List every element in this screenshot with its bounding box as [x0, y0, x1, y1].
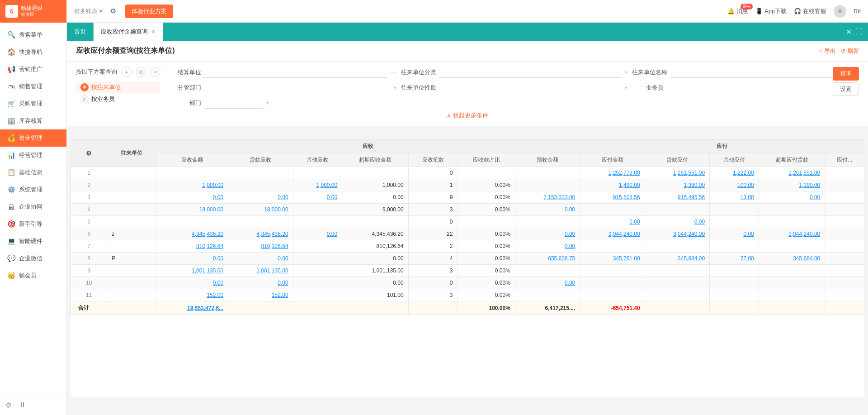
table-cell[interactable]: 1,252,773.00 — [580, 167, 645, 179]
query-button[interactable]: 查询 — [833, 67, 859, 81]
sidebar-item-corp[interactable]: 🏛 企业协同 — [0, 198, 66, 215]
sidebar-item-wechat[interactable]: 💬 企业微信 — [0, 250, 66, 267]
table-cell[interactable]: 0.00 — [156, 253, 228, 265]
salesman-input[interactable] — [666, 82, 850, 93]
cell-link[interactable]: 0.00 — [629, 219, 640, 225]
sidebar-item-sales[interactable]: 🛍 销售管理 — [0, 78, 66, 95]
cell-link[interactable]: 1,251,551.00 — [673, 170, 705, 176]
cell-link[interactable]: 345,684.00 — [678, 255, 705, 262]
tab-close-window-icon[interactable]: ✕ — [846, 28, 852, 36]
sidebar-item-hardware[interactable]: 💻 智能硬件 — [0, 233, 66, 250]
sidebar-item-guide[interactable]: 🎯 新手引导 — [0, 215, 66, 233]
dept-input[interactable] — [204, 82, 391, 93]
sidebar-item-system[interactable]: ⚙️ 系统管理 — [0, 181, 66, 198]
unit-nature-chevron[interactable]: ▾ — [625, 85, 627, 91]
filter-collapse-button[interactable]: « — [151, 67, 160, 77]
table-cell[interactable]: 1,390.00 — [645, 179, 709, 191]
notify-button[interactable]: 🔔 消息 99+ — [727, 7, 748, 15]
table-cell[interactable]: 2,153,333.00 — [515, 191, 580, 204]
table-cell[interactable]: 152.00 — [228, 289, 293, 301]
cell-link[interactable]: 915,508.56 — [613, 194, 640, 200]
cell-link[interactable]: 3,044,240.00 — [788, 231, 820, 237]
table-cell[interactable]: 0.00 — [515, 228, 580, 240]
table-cell[interactable]: 1,001,135.00 — [228, 265, 293, 277]
table-cell[interactable]: 345,684.00 — [759, 253, 825, 265]
table-cell[interactable]: 0.00 — [515, 240, 580, 253]
sidebar-item-search[interactable]: 🔍 搜索菜单 — [0, 26, 66, 43]
table-cell[interactable]: 0.00 — [228, 191, 293, 204]
unit-nature-input[interactable] — [439, 82, 623, 93]
table-cell[interactable]: 0.00 — [293, 191, 342, 204]
department-chevron[interactable]: ▾ — [266, 100, 269, 106]
cell-link[interactable]: 1,222.00 — [733, 170, 754, 176]
table-cell[interactable]: 4,345,436.20 — [156, 228, 228, 240]
cell-link[interactable]: 4,345,436.20 — [192, 231, 223, 237]
table-cell[interactable]: 100.00 — [710, 179, 759, 191]
cell-link[interactable]: 0.00 — [278, 280, 288, 286]
table-cell[interactable]: 345,761.00 — [580, 253, 645, 265]
tab-ar-balance[interactable]: 应收应付余额查询 ✕ — [94, 23, 163, 41]
cell-link[interactable]: 1,000.00 — [202, 182, 223, 188]
cell-link[interactable]: 0.00 — [565, 231, 575, 237]
settlement-input[interactable] — [204, 67, 387, 78]
table-cell[interactable]: 345,684.00 — [645, 253, 709, 265]
dept-chevron[interactable]: ▾ — [394, 85, 396, 91]
online-service-button[interactable]: 🎧 在线客服 — [794, 7, 826, 15]
tab-home[interactable]: 首页 — [67, 23, 94, 41]
cell-link[interactable]: 3,044,240.00 — [673, 231, 705, 237]
table-cell[interactable]: 0.00 — [515, 277, 580, 289]
table-cell[interactable]: 1,222.00 — [710, 167, 759, 179]
cell-link[interactable]: 0.00 — [213, 280, 223, 286]
cell-link[interactable]: 1,390.00 — [684, 182, 705, 188]
sidebar-item-purchase[interactable]: 🛒 采购管理 — [0, 95, 66, 112]
table-cell[interactable]: 3,044,240.00 — [580, 228, 645, 240]
cell-link[interactable]: 0.00 — [743, 231, 754, 237]
settings-bottom-icon[interactable]: ⚙ — [5, 401, 12, 410]
scheme-by-salesman[interactable]: 员 按业务员 — [76, 93, 160, 105]
table-cell[interactable]: 0.00 — [759, 191, 825, 204]
table-cell[interactable]: 1,001,135.00 — [156, 265, 228, 277]
cell-link[interactable]: 1,001,135.00 — [256, 267, 288, 274]
table-cell[interactable]: 0.00 — [228, 277, 293, 289]
table-cell[interactable]: 1,000.00 — [293, 179, 342, 191]
tab-close-icon[interactable]: ✕ — [151, 29, 156, 35]
cell-link[interactable]: 0.00 — [694, 219, 705, 225]
table-cell[interactable]: 13.00 — [710, 191, 759, 204]
cell-link[interactable]: 0.00 — [327, 231, 337, 237]
cell-link[interactable]: 2,153,333.00 — [543, 194, 575, 200]
table-cell[interactable]: 0.00 — [580, 216, 645, 228]
sidebar-item-marketing[interactable]: 📢 营销推广 — [0, 61, 66, 78]
table-cell[interactable]: 0.00 — [293, 228, 342, 240]
app-download-button[interactable]: 📱 App下载 — [755, 7, 787, 15]
table-cell[interactable]: 1,251,551.00 — [645, 167, 709, 179]
cell-link[interactable]: 4,345,436.20 — [256, 231, 288, 237]
table-cell[interactable]: 810,126.64 — [228, 240, 293, 253]
cell-link[interactable]: 152.00 — [272, 292, 288, 298]
cell-link[interactable]: 0.00 — [213, 255, 223, 262]
table-cell[interactable]: 1,000.00 — [156, 179, 228, 191]
cell-link[interactable]: 345,761.00 — [613, 255, 640, 262]
cell-link[interactable]: 1,252,773.00 — [609, 170, 640, 176]
table-cell[interactable]: 0.00 — [710, 228, 759, 240]
table-cell[interactable]: 915,495.56 — [645, 191, 709, 204]
cell-link[interactable]: 1,490.00 — [619, 182, 640, 188]
setting-button[interactable]: 设置 — [833, 82, 859, 96]
username[interactable]: Rit — [854, 8, 861, 14]
cell-link[interactable]: 810,126.64 — [261, 243, 288, 249]
cell-link[interactable]: 1,251,551.00 — [788, 170, 820, 176]
cell-link[interactable]: 0.00 — [565, 280, 575, 286]
table-cell[interactable]: 0.00 — [156, 277, 228, 289]
refresh-button[interactable]: ↺ 刷新 — [840, 47, 859, 55]
cell-link[interactable]: 18,000.00 — [199, 206, 223, 213]
th-gear[interactable]: ⚙ — [71, 140, 107, 167]
cell-link[interactable]: 0.00 — [327, 194, 337, 200]
cell-link[interactable]: 0.00 — [565, 206, 575, 213]
department-input[interactable] — [204, 98, 264, 109]
table-cell[interactable]: 152.00 — [156, 289, 228, 301]
cell-link[interactable]: 1,001,135.00 — [192, 267, 223, 274]
sidebar-item-warehouse[interactable]: 🏢 库存核算 — [0, 112, 66, 129]
table-cell[interactable]: 0.00 — [228, 253, 293, 265]
cell-link[interactable]: 0.00 — [810, 194, 820, 200]
cell-link[interactable]: 0.00 — [565, 243, 575, 249]
table-cell[interactable]: 655,636.75 — [515, 253, 580, 265]
